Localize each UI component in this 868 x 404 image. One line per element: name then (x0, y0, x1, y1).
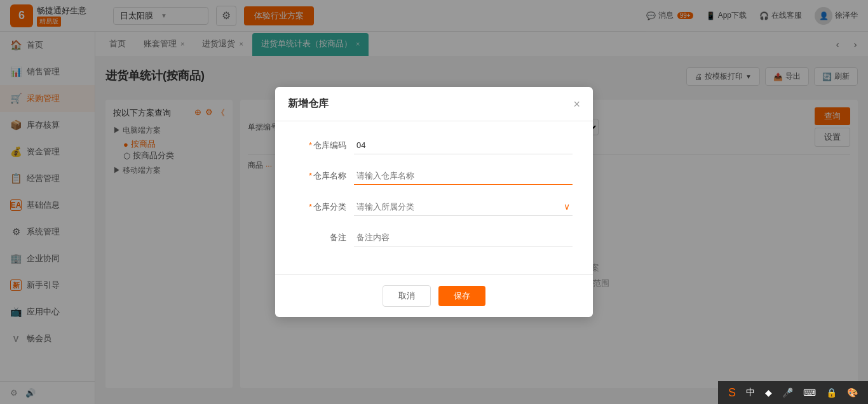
diamond-icon[interactable]: ◆ (765, 387, 772, 398)
category-label: *仓库分类 (295, 201, 346, 213)
add-warehouse-modal: 新增仓库 × *仓库编码 *仓库名称 *仓库分类 (275, 87, 593, 317)
modal-overlay[interactable]: 新增仓库 × *仓库编码 *仓库名称 *仓库分类 (0, 0, 868, 404)
mic-icon[interactable]: 🎤 (782, 387, 793, 398)
modal-footer: 取消 保存 (275, 274, 593, 317)
chevron-down-category-icon: ∨ (564, 201, 570, 212)
modal-body: *仓库编码 *仓库名称 *仓库分类 ∨ (275, 121, 593, 274)
modal-header: 新增仓库 × (275, 87, 593, 121)
s-icon[interactable]: S (728, 386, 736, 400)
palette-icon[interactable]: 🎨 (847, 387, 858, 398)
modal-close-button[interactable]: × (573, 98, 580, 110)
category-select-input[interactable] (356, 202, 564, 212)
cancel-button[interactable]: 取消 (383, 285, 431, 307)
note-input[interactable] (354, 229, 573, 246)
form-row-code: *仓库编码 (295, 137, 573, 154)
form-row-name: *仓库名称 (295, 167, 573, 185)
code-label: *仓库编码 (295, 140, 346, 151)
lock-icon[interactable]: 🔒 (826, 387, 837, 398)
zh-label[interactable]: 中 (746, 387, 755, 398)
warehouse-name-input[interactable] (354, 167, 573, 185)
keyboard-icon[interactable]: ⌨ (803, 387, 816, 398)
form-row-note: 备注 (295, 229, 573, 246)
bottom-bar: S 中 ◆ 🎤 ⌨ 🔒 🎨 (718, 381, 868, 404)
form-row-category: *仓库分类 ∨ (295, 198, 573, 216)
category-select-wrap: ∨ (354, 198, 573, 216)
note-label: 备注 (295, 232, 346, 243)
save-button[interactable]: 保存 (438, 286, 485, 306)
name-label: *仓库名称 (295, 170, 346, 182)
modal-title: 新增仓库 (288, 97, 329, 111)
warehouse-code-input[interactable] (354, 137, 573, 154)
